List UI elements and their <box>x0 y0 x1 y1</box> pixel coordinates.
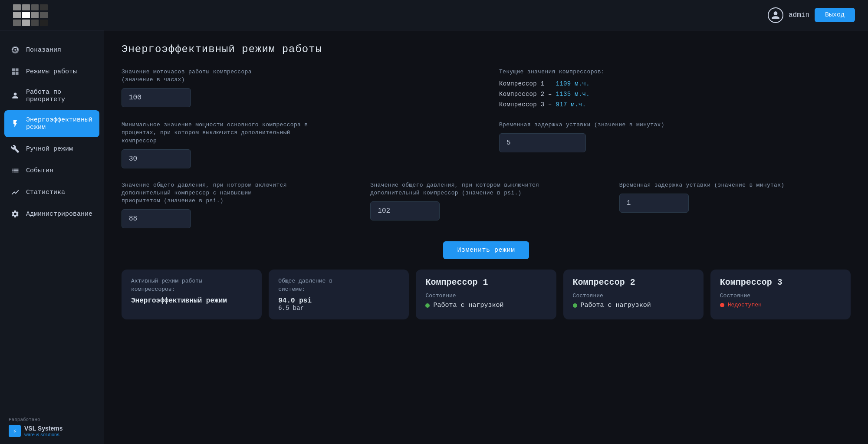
sidebar-label-rabota: Работа по приоритету <box>26 89 93 103</box>
page-title: Энергоэффективный режим работы <box>122 43 851 55</box>
compressor3-value: 917 м.ч. <box>556 101 586 108</box>
pressure-bar: 6.5 bar <box>278 305 399 312</box>
compressor2-status-label: Состояние <box>573 293 694 299</box>
sidebar-label-pokazaniya: Показания <box>26 46 61 54</box>
compressor2-value-row: Компрессор 2 – 1135 м.ч. <box>499 91 851 98</box>
field6-block: Временная задержка уставки (значение в м… <box>619 181 851 229</box>
field3-block: Временная задержка уставки (значение в м… <box>499 121 851 168</box>
compressor1-status-dot <box>425 303 430 308</box>
compressor2-card: Компрессор 2 Состояние Работа с нагрузко… <box>563 270 704 319</box>
compressors-current-block: Текущие значения компрессоров: Компрессо… <box>499 68 851 108</box>
compressor2-status-value: Работа с нагрузкой <box>573 302 694 309</box>
field2-input[interactable] <box>122 149 191 168</box>
compressor3-status-value: Недоступен <box>720 302 841 308</box>
compressor1-status-value: Работа с нагрузкой <box>425 302 546 309</box>
sidebar: Показания Режимы работы Работа по приори… <box>0 30 104 444</box>
compressors-current-label: Текущие значения компрессоров: <box>499 68 851 76</box>
compressor2-status-text: Работа с нагрузкой <box>581 302 651 309</box>
sidebar-label-rezhimy: Режимы работы <box>26 68 77 76</box>
header: admin Выход <box>0 0 868 30</box>
field6-label: Временная задержка уставки (значение в м… <box>619 181 851 189</box>
field1-block: Значение моточасов работы компрессора(зн… <box>122 68 473 108</box>
sidebar-nav: Показания Режимы работы Работа по приори… <box>0 30 104 410</box>
compressor3-value-row: Компрессор 3 – 917 м.ч. <box>499 101 851 108</box>
active-mode-card: Активный режим работыкомпрессоров: Энерг… <box>122 270 262 319</box>
lightning-icon <box>10 119 20 128</box>
chart-icon <box>10 187 20 197</box>
compressor2-status-dot <box>573 303 577 308</box>
change-mode-wrap: Изменить режим <box>122 241 851 259</box>
field4-input[interactable] <box>122 209 191 228</box>
sidebar-item-statistika[interactable]: Статистика <box>0 181 104 203</box>
compressor1-status-label: Состояние <box>425 293 546 299</box>
svg-point-1 <box>14 49 16 50</box>
compressor2-title: Компрессор 2 <box>573 277 694 287</box>
logout-button[interactable]: Выход <box>815 8 855 22</box>
field5-input[interactable] <box>370 201 440 220</box>
compressor3-status-label: Состояние <box>720 293 841 299</box>
sidebar-item-rabota[interactable]: Работа по приоритету <box>0 82 104 109</box>
sidebar-label-admin: Администрирование <box>26 210 92 218</box>
dev-label: Разработано <box>9 417 95 422</box>
field2-label: Минимальное значение мощности основного … <box>122 121 473 145</box>
sidebar-label-ruchnoy: Ручной режим <box>26 145 73 153</box>
settings-section-3: Значение общего давления, при котором вк… <box>122 181 851 229</box>
compressor2-value: 1135 м.ч. <box>556 91 590 98</box>
user-avatar-icon <box>768 7 783 23</box>
field5-label: Значение общего давления, при котором вы… <box>370 181 602 197</box>
compressor3-status-dot <box>720 303 724 307</box>
vsl-text: VSL Systems ware & solutions <box>24 425 62 437</box>
vsl-icon: ⚡ <box>9 425 21 437</box>
vsl-company-name: VSL Systems <box>24 425 62 432</box>
gauge-icon <box>10 45 20 55</box>
logo <box>13 4 48 26</box>
logo-pixels <box>13 4 48 26</box>
svg-point-2 <box>14 93 17 96</box>
settings-section-2: Минимальное значение мощности основного … <box>122 121 851 168</box>
sidebar-item-ruchnoy[interactable]: Ручной режим <box>0 138 104 160</box>
sidebar-label-energo: Энергоэффективный режим <box>26 116 93 131</box>
settings-section-1: Значение моточасов работы компрессора(зн… <box>122 68 851 108</box>
sidebar-label-sobytiya: События <box>26 167 53 174</box>
pressure-label: Общее давление всистеме: <box>278 277 399 293</box>
user-name-label: admin <box>789 11 809 19</box>
body-wrap: Показания Режимы работы Работа по приори… <box>0 30 868 444</box>
field6-input[interactable] <box>619 194 689 213</box>
list-icon <box>10 166 20 175</box>
gear-icon <box>10 209 20 219</box>
field4-label: Значение общего давления, при котором вк… <box>122 181 353 205</box>
main-content: Энергоэффективный режим работы Значение … <box>104 30 868 444</box>
sidebar-label-statistika: Статистика <box>26 189 65 196</box>
sidebar-item-rezhimy[interactable]: Режимы работы <box>0 61 104 82</box>
person-icon <box>10 91 20 101</box>
compressor1-status-text: Работа с нагрузкой <box>433 302 503 309</box>
change-mode-button[interactable]: Изменить режим <box>443 241 529 259</box>
field5-block: Значение общего давления, при котором вы… <box>370 181 602 229</box>
compressor3-title: Компрессор 3 <box>720 277 841 287</box>
field3-label: Временная задержка уставки (значение в м… <box>499 121 851 129</box>
active-mode-value: Энергоэффективный режим <box>131 297 252 305</box>
compressor1-title: Компрессор 1 <box>425 277 546 287</box>
field1-input[interactable] <box>122 88 191 107</box>
compressor1-value-row: Компрессор 1 – 1109 м.ч. <box>499 80 851 87</box>
field2-block: Минимальное значение мощности основного … <box>122 121 473 168</box>
vsl-logo: ⚡ VSL Systems ware & solutions <box>9 425 95 437</box>
sidebar-item-admin[interactable]: Администрирование <box>0 203 104 225</box>
compressor1-value: 1109 м.ч. <box>556 80 590 87</box>
sidebar-item-sobytiya[interactable]: События <box>0 160 104 181</box>
grid-icon <box>10 67 20 76</box>
compressor1-card: Компрессор 1 Состояние Работа с нагрузко… <box>416 270 556 319</box>
sidebar-footer: Разработано ⚡ VSL Systems ware & solutio… <box>0 410 104 444</box>
compressor3-card: Компрессор 3 Состояние Недоступен <box>710 270 851 319</box>
field4-block: Значение общего давления, при котором вк… <box>122 181 353 229</box>
sidebar-item-pokazaniya[interactable]: Показания <box>0 39 104 61</box>
field1-label: Значение моточасов работы компрессора(зн… <box>122 68 473 84</box>
wrench-icon <box>10 144 20 154</box>
pressure-card: Общее давление всистеме: 94.0 psi 6.5 ba… <box>269 270 409 319</box>
bottom-cards: Активный режим работыкомпрессоров: Энерг… <box>122 270 851 319</box>
compressor-values: Компрессор 1 – 1109 м.ч. Компрессор 2 – … <box>499 80 851 108</box>
vsl-company-sub: ware & solutions <box>24 432 62 437</box>
sidebar-item-energo[interactable]: Энергоэффективный режим <box>4 110 99 137</box>
compressor3-status-text: Недоступен <box>728 302 762 308</box>
field3-input[interactable] <box>499 133 586 152</box>
